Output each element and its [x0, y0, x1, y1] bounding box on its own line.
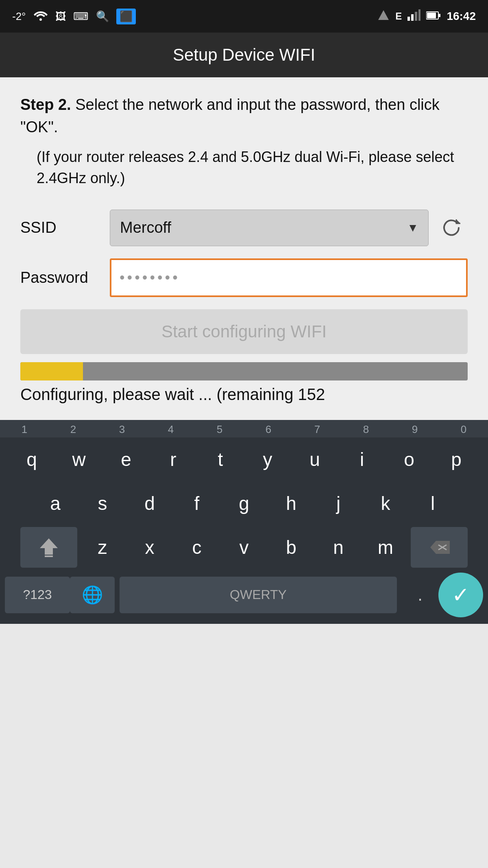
wifi-icon: [33, 9, 48, 24]
password-input[interactable]: [110, 258, 468, 297]
key-w[interactable]: w: [57, 439, 101, 480]
keyboard-row-2: a s d f g h j k l: [0, 481, 488, 525]
progress-bar-fill: [20, 362, 83, 380]
progress-bar-container: [20, 362, 468, 380]
svg-rect-2: [407, 17, 410, 21]
num-1: 1: [2, 423, 46, 436]
app-bar-title: Setup Device WIFI: [173, 45, 315, 65]
num-4: 4: [149, 423, 193, 436]
key-e[interactable]: e: [104, 439, 148, 480]
svg-marker-9: [40, 538, 58, 555]
svg-point-0: [39, 18, 42, 21]
step-instruction: Step 2. Select the network and input the…: [20, 94, 468, 138]
delete-key[interactable]: [411, 527, 468, 568]
confirm-key[interactable]: ✓: [438, 573, 483, 617]
start-button-label: Start configuring WIFI: [161, 322, 327, 341]
key-u[interactable]: u: [293, 439, 337, 480]
photo-icon: 🖼: [55, 10, 66, 23]
svg-rect-8: [427, 13, 436, 18]
keyboard-bottom-row: ?123 🌐 QWERTY . ✓: [0, 569, 488, 624]
battery-icon: [426, 10, 441, 23]
progress-text: Configuring, please wait ... (remaining …: [20, 385, 468, 408]
num-3: 3: [100, 423, 144, 436]
svg-rect-5: [418, 9, 420, 21]
password-row: Password: [20, 258, 468, 297]
signal-icon: [377, 9, 390, 24]
ssid-dropdown[interactable]: Mercoff ▼: [110, 210, 429, 246]
key-c[interactable]: c: [175, 527, 219, 568]
key-q[interactable]: q: [10, 439, 54, 480]
svg-rect-10: [45, 555, 53, 557]
note-text: (If your router releases 2.4 and 5.0GHz …: [20, 146, 468, 189]
key-i[interactable]: i: [340, 439, 384, 480]
key-b[interactable]: b: [269, 527, 313, 568]
app-bar: Setup Device WIFI: [0, 33, 488, 77]
search-icon: 🔍: [96, 10, 109, 23]
keyboard-number-hints: 1 2 3 4 5 6 7 8 9 0: [0, 420, 488, 437]
key-v[interactable]: v: [222, 527, 266, 568]
num-9: 9: [393, 423, 437, 436]
keyboard-row-1: q w e r t y u i o p: [0, 437, 488, 481]
start-configuring-button[interactable]: Start configuring WIFI: [20, 309, 468, 354]
numbers-key-label: ?123: [23, 587, 52, 602]
check-icon: ✓: [452, 583, 470, 607]
password-label: Password: [20, 269, 110, 286]
ssid-row: SSID Mercoff ▼: [20, 210, 468, 246]
globe-key[interactable]: 🌐: [70, 577, 115, 613]
num-8: 8: [344, 423, 388, 436]
time-display: 16:42: [447, 10, 476, 23]
num-0: 0: [442, 423, 486, 436]
key-g[interactable]: g: [222, 483, 266, 524]
key-d[interactable]: d: [128, 483, 172, 524]
keyboard-icon: ⌨: [73, 10, 89, 23]
period-key-label: .: [418, 585, 423, 605]
main-content: Step 2. Select the network and input the…: [0, 77, 488, 420]
globe-icon: 🌐: [82, 585, 103, 605]
key-r[interactable]: r: [151, 439, 195, 480]
dropdown-arrow-icon: ▼: [407, 221, 418, 234]
status-bar-left: -2° 🖼 ⌨ 🔍 ⬛: [12, 9, 136, 24]
num-6: 6: [246, 423, 290, 436]
num-7: 7: [295, 423, 339, 436]
key-t[interactable]: t: [198, 439, 242, 480]
key-p[interactable]: p: [434, 439, 478, 480]
keyboard-row-3: z x c v b n m: [0, 525, 488, 569]
status-bar: -2° 🖼 ⌨ 🔍 ⬛ E: [0, 0, 488, 33]
svg-rect-3: [411, 14, 414, 21]
ssid-value: Mercoff: [120, 219, 171, 236]
keyboard: 1 2 3 4 5 6 7 8 9 0 q w e r t y u i o p …: [0, 420, 488, 624]
key-z[interactable]: z: [81, 527, 124, 568]
space-key[interactable]: QWERTY: [120, 577, 397, 613]
screen-icon: ⬛: [116, 9, 136, 24]
svg-rect-4: [415, 12, 417, 21]
key-s[interactable]: s: [81, 483, 124, 524]
num-5: 5: [198, 423, 242, 436]
signal-bars: [407, 9, 420, 24]
ssid-label: SSID: [20, 219, 110, 236]
temperature-display: -2°: [12, 10, 26, 23]
numbers-key[interactable]: ?123: [5, 577, 70, 613]
svg-marker-1: [378, 10, 389, 20]
key-a[interactable]: a: [33, 483, 77, 524]
key-j[interactable]: j: [316, 483, 360, 524]
key-m[interactable]: m: [364, 527, 407, 568]
key-h[interactable]: h: [269, 483, 313, 524]
key-f[interactable]: f: [175, 483, 219, 524]
key-k[interactable]: k: [364, 483, 407, 524]
space-key-label: QWERTY: [230, 587, 287, 602]
status-bar-right: E 16:42: [377, 9, 476, 24]
shift-key[interactable]: [20, 527, 77, 568]
svg-rect-7: [439, 14, 440, 17]
key-x[interactable]: x: [128, 527, 172, 568]
num-2: 2: [51, 423, 95, 436]
period-key[interactable]: .: [402, 577, 438, 613]
carrier-icon: E: [395, 11, 402, 22]
key-y[interactable]: y: [246, 439, 290, 480]
key-o[interactable]: o: [387, 439, 431, 480]
key-n[interactable]: n: [316, 527, 360, 568]
refresh-button[interactable]: [435, 212, 468, 244]
key-l[interactable]: l: [411, 483, 455, 524]
